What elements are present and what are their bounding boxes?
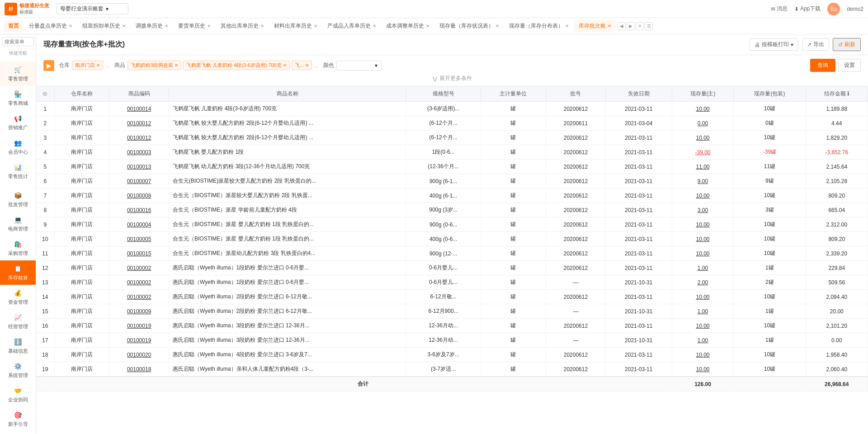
col-settings[interactable]: ⚙: [36, 86, 54, 102]
tab-close-all[interactable]: ✕: [636, 22, 644, 30]
query-button[interactable]: 查询: [810, 59, 835, 72]
warehouse-tag-naan[interactable]: 南岸门店 ✕: [72, 61, 103, 70]
cell-qty-main[interactable]: 10.00: [672, 102, 734, 116]
cell-qty-main[interactable]: 10.00: [672, 246, 734, 261]
sidebar-item-guide[interactable]: 🎯 新手引导: [0, 407, 36, 431]
cell-code[interactable]: 00100019: [109, 333, 169, 348]
goods-tag-1[interactable]: 飞鹤奶粉3段两提装 ✕: [127, 61, 181, 70]
close-icon[interactable]: ✕: [305, 63, 309, 68]
tab-chenben[interactable]: 成本调整单历史 ✕: [382, 20, 434, 32]
close-icon[interactable]: ✕: [314, 24, 317, 28]
cell-qty-main[interactable]: 0.00: [672, 116, 734, 131]
tab-yaohuo[interactable]: 要货单历史 ✕: [174, 20, 215, 32]
cell-code[interactable]: 00100016: [109, 203, 169, 217]
settings-button[interactable]: 设置: [838, 59, 861, 72]
sidebar-item-ecommerce[interactable]: 💻 电商管理: [0, 212, 36, 236]
tab-chanchengruku[interactable]: 产成品入库单历史 ✕: [323, 20, 381, 32]
cell-code[interactable]: 00100015: [109, 246, 169, 261]
settings-icon[interactable]: ⚙: [42, 91, 47, 97]
tab-fenliangpandian[interactable]: 分量盘点单历史 ✕: [24, 20, 77, 32]
cell-code[interactable]: 00100002: [109, 275, 169, 290]
cell-qty-main[interactable]: 10.00: [672, 362, 734, 377]
sidebar-item-retail-stats[interactable]: 📊 零售统计: [0, 159, 36, 184]
export-button[interactable]: ↗ 导出: [802, 38, 829, 51]
cell-qty-main[interactable]: 1.00: [672, 261, 734, 275]
cell-code[interactable]: 00100018: [109, 362, 169, 377]
tab-menu[interactable]: ☰: [645, 22, 653, 30]
app-download-btn[interactable]: ⬇ App下载: [794, 5, 821, 13]
close-icon[interactable]: ✕: [565, 24, 569, 28]
tab-xiancunzhuangkuang[interactable]: 现存量（库存状况表） ✕: [435, 20, 504, 32]
print-button[interactable]: 🖨 按模板打印 ▾: [750, 38, 798, 51]
sidebar-item-retail-mgmt[interactable]: 🛒 零售管理: [0, 61, 36, 86]
cell-qty-main[interactable]: 1.00: [672, 333, 734, 348]
sidebar-item-member[interactable]: 👥 会员中心: [0, 135, 36, 159]
cell-qty-main[interactable]: -39.00: [672, 145, 734, 160]
close-icon[interactable]: ✕: [260, 24, 264, 28]
cell-code[interactable]: 00100005: [109, 232, 169, 246]
cell-code[interactable]: 00100002: [109, 290, 169, 304]
sidebar-item-inventory[interactable]: 📋 库存核算: [0, 260, 36, 285]
close-icon[interactable]: ✕: [608, 24, 611, 28]
cell-qty-main[interactable]: 3.00: [672, 203, 734, 217]
search-input[interactable]: [2, 37, 34, 46]
tab-xiancunfenbu[interactable]: 现存量（库存分布表） ✕: [505, 20, 573, 32]
more-icon[interactable]: …: [105, 63, 110, 68]
close-icon[interactable]: ✕: [495, 24, 499, 28]
cell-code[interactable]: 00100012: [109, 116, 169, 131]
account-dropdown[interactable]: 母婴行业演示账套 ▾: [56, 3, 128, 14]
refresh-button[interactable]: ↺ 刷新: [833, 38, 861, 51]
more-goods-icon[interactable]: …: [314, 63, 319, 68]
cell-qty-main[interactable]: 2.00: [672, 275, 734, 290]
close-icon[interactable]: ✕: [426, 24, 429, 28]
tab-home[interactable]: 首页: [4, 20, 24, 32]
cell-code[interactable]: 00100014: [109, 102, 169, 116]
message-btn[interactable]: ✉ 消息: [771, 5, 788, 13]
sidebar-item-wholesale[interactable]: 📦 批发管理: [0, 187, 36, 212]
close-icon[interactable]: ✕: [175, 63, 178, 68]
cell-qty-main[interactable]: 10.00: [672, 217, 734, 232]
close-icon[interactable]: ✕: [283, 63, 287, 68]
close-icon[interactable]: ✕: [373, 24, 376, 28]
close-icon[interactable]: ✕: [96, 63, 100, 68]
cell-qty-main[interactable]: 10.00: [672, 232, 734, 246]
cell-code[interactable]: 00100020: [109, 348, 169, 362]
close-icon[interactable]: ✕: [69, 24, 72, 28]
cell-qty-main[interactable]: 10.00: [672, 131, 734, 145]
tab-right-arrow[interactable]: ▶: [627, 22, 635, 30]
cell-code[interactable]: 00100004: [109, 217, 169, 232]
cell-code[interactable]: 00100019: [109, 319, 169, 333]
goods-tag-3[interactable]: 飞... ✕: [292, 61, 312, 70]
sidebar-item-operation[interactable]: 📈 经营管理: [0, 309, 36, 334]
close-icon[interactable]: ✕: [207, 24, 211, 28]
cell-code[interactable]: 00100003: [109, 145, 169, 160]
sidebar-item-marketing[interactable]: 📢 营销推广: [0, 110, 36, 135]
expand-filter-btn[interactable]: ▶: [43, 60, 54, 71]
tab-zuzhuangchaijie[interactable]: 组装拆卸单历史 ✕: [78, 20, 130, 32]
cell-qty-main[interactable]: 9.00: [672, 174, 734, 189]
sidebar-item-collab[interactable]: 🤝 企业协同: [0, 382, 36, 407]
cell-code[interactable]: 00100007: [109, 174, 169, 189]
expand-more-bar[interactable]: ⋁ 展开更多条件: [43, 75, 861, 82]
tab-diaobodanhist[interactable]: 调拨单历史 ✕: [131, 20, 173, 32]
close-icon[interactable]: ✕: [122, 24, 126, 28]
cell-code[interactable]: 00100013: [109, 160, 169, 174]
color-select[interactable]: ▾: [336, 61, 382, 71]
sidebar-item-finance[interactable]: 💰 资金管理: [0, 285, 36, 309]
sidebar-item-appcenter[interactable]: 📱 应用中心: [0, 431, 36, 434]
tab-left-arrow[interactable]: ◀: [618, 22, 626, 30]
tab-qitachuku[interactable]: 其他出库单历史 ✕: [216, 20, 269, 32]
sidebar-item-basic-info[interactable]: ℹ️ 基础信息: [0, 334, 36, 358]
cell-qty-main[interactable]: 10.00: [672, 189, 734, 203]
goods-tag-2[interactable]: 飞鹤星飞帆 儿童奶粉 4段(3-6岁适用) 700克 ✕: [183, 61, 290, 70]
cell-qty-main[interactable]: 10.00: [672, 290, 734, 304]
cell-code[interactable]: 00100002: [109, 261, 169, 275]
cell-code[interactable]: 00100012: [109, 131, 169, 145]
tab-cailiaochuku[interactable]: 材料出库单历史 ✕: [269, 20, 322, 32]
cell-qty-main[interactable]: 11.00: [672, 160, 734, 174]
cell-code[interactable]: 00100009: [109, 304, 169, 319]
cell-qty-main[interactable]: 10.00: [672, 319, 734, 333]
tab-kucunpici[interactable]: 库存批次账 ✕: [574, 20, 616, 32]
sidebar-item-system[interactable]: ⚙️ 系统管理: [0, 358, 36, 382]
sidebar-item-purchase[interactable]: 🛍️ 采购管理: [0, 236, 36, 260]
